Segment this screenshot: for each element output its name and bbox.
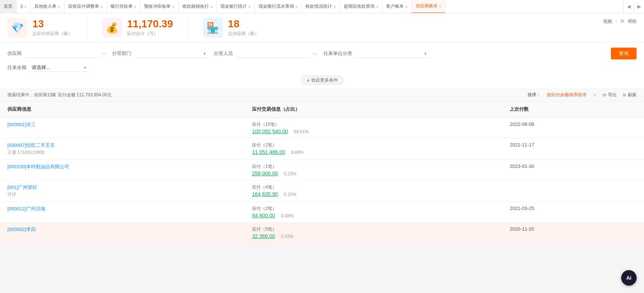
nav-tab-close-ap-adjust[interactable]: × [101,4,103,9]
nav-tab-close-cash-bank-flow[interactable]: × [295,4,298,9]
table-row: [000100]本特勤油品有限公司应付（1笔）258,000.000.23%20… [0,160,644,180]
tx-cell-1: 应付（2笔）11,051,486.009.89% [245,138,502,160]
nav-tab-overdue-query[interactable]: 超期应收款查询× [340,0,382,13]
supplier-link-4[interactable]: [000012]广州贝瑞 [7,206,45,211]
stat-label-payable-suppliers: 总应付供应商（家） [32,31,72,37]
stat-label-total-suppliers: 总供应商（家） [228,31,259,37]
person-filter: 分管人员 ··· [214,49,317,58]
nav-tab-cash-bank-stat[interactable]: 现金银行统计× [217,0,255,13]
person-input[interactable] [236,49,309,58]
nav-tab-receipt-exec[interactable]: 收款核销执行× [179,0,217,13]
sort-value[interactable]: 按应付余额倒序排序 [547,92,587,98]
amount-link-3[interactable]: 164,635.90 [252,191,278,197]
balance-select-wrapper: 请选择... [29,63,88,72]
person-dots[interactable]: ··· [312,50,317,57]
help-icon: ⊙ [620,18,624,25]
nav-prev-arrow[interactable]: ◀ [623,0,634,13]
filter-collapse: ∧ 收起更多条件 [7,76,637,85]
dept-select-wrapper [134,49,208,58]
pct-4: 0.08% [281,213,294,218]
amount-row-0: 100,092,540.0089.61% [252,128,495,134]
last-payment-date-0: 2022-08-08 [510,121,534,127]
amount-link-5[interactable]: 32,366.00 [252,233,275,239]
stat-icon-payable-total: 💰 [102,18,122,38]
table-container: 供应商信息 应付交易信息（占比） 上次付数 [000001]张三应付（15笔）1… [0,101,644,243]
supplier-dots[interactable]: ··· [101,50,106,57]
balance-select[interactable]: 请选择... [29,63,88,72]
nav-tab-prepay-offset[interactable]: 预收冲应收单× [140,0,178,13]
nav-tab-close-receipt-exec[interactable]: × [210,4,213,9]
stat-num-total-suppliers: 18 [228,19,259,29]
tx-note-1: 应付（2笔） [252,142,495,148]
nav-tab-ap-adjust[interactable]: 应收应付调整单× [64,0,107,13]
export-button[interactable]: ⟳ 导出 [603,92,617,98]
video-link[interactable]: 视频 [603,18,612,25]
tx-cell-5: 应付（5笔）32,366.000.03% [245,223,502,243]
nav-tab-tab3[interactable]: 3× [17,0,31,13]
nav-tab-close-customer-account[interactable]: × [405,4,407,9]
nav-tab-close-prepay-offset[interactable]: × [172,4,174,9]
supplier-cell-2: [000100]本特勤油品有限公司 [0,160,245,180]
sort-label: 排序： [528,92,541,98]
supplier-link-3[interactable]: [001]广州荣轩 [7,185,37,190]
filter-row-1: 供应商 ··· 分管部门 分管人员 ··· 往来单位分类 查询 [7,48,637,59]
last-payment-date-2: 2023-01-30 [510,163,534,169]
nav-tab-customer-account[interactable]: 客户账本× [382,0,412,13]
last-payment-date-4: 2021-03-25 [510,206,534,211]
pct-0: 89.61% [294,129,309,134]
amount-row-5: 32,366.000.03% [252,233,495,239]
query-button[interactable]: 查询 [611,48,637,59]
nav-next-arrow[interactable]: ▶ [634,0,644,13]
amount-link-4[interactable]: 94,600.00 [252,213,275,218]
pct-1: 9.89% [291,150,304,155]
nav-tab-other-income[interactable]: 其他收入单× [31,0,64,13]
nav-tab-close-receipt-stat[interactable]: × [333,4,336,9]
pct-5: 0.03% [281,234,294,239]
supplier-cell-3: [001]广州荣轩仔仔 [0,180,245,202]
help-link[interactable]: 帮助 [628,18,637,25]
supplier-filter: 供应商 ··· [7,49,106,58]
tx-note-4: 应付（2笔） [252,206,495,212]
amount-link-1[interactable]: 11,051,486.00 [252,149,285,155]
supplier-input[interactable] [25,49,98,58]
stat-num-payable-suppliers: 13 [32,19,72,29]
supplier-link-0[interactable]: [000001]张三 [7,122,36,127]
table-header-row: 供应商信息 应付交易信息（占比） 上次付数 [0,101,644,117]
nav-tab-receipt-stat[interactable]: 收款情况统计× [302,0,340,13]
unit-class-select[interactable] [355,49,429,58]
stat-content-payable-suppliers: 13总应付供应商（家） [32,19,72,37]
table-row: [000001]张三应付（15笔）100,092,540.0089.61%202… [0,117,644,138]
nav-tab-bank-deposit[interactable]: 银行存款单× [107,0,140,13]
supplier-cell-1: [000007]恒旺二手叉车王通 17106110000 [0,138,245,160]
nav-tab-cash-bank-flow[interactable]: 现金银行流水查询× [255,0,302,13]
supplier-link-5[interactable]: [000002]李四 [7,227,36,232]
amount-link-0[interactable]: 100,092,540.00 [252,128,288,134]
table-row: [001]广州荣轩仔仔应付（4笔）164,635.900.15% [0,180,644,202]
nav-tab-close-cash-bank-stat[interactable]: × [248,4,251,9]
nav-tab-close-other-income[interactable]: × [58,4,60,9]
collapse-button[interactable]: ∧ 收起更多条件 [301,76,343,85]
tx-note-3: 应付（4笔） [252,184,495,190]
amount-row-3: 164,635.900.15% [252,191,495,197]
last-payment-cell-3 [502,180,644,202]
supplier-link-2[interactable]: [000100]本特勤油品有限公司 [7,164,69,169]
supplier-subtext-1: 王通 17106110000 [7,149,237,156]
nav-tab-home[interactable]: 首页 [0,0,17,13]
col-tx-info: 应付交易信息（占比） [245,101,502,117]
dept-label: 分管部门 [112,50,131,57]
table-row: [000002]李四应付（5笔）32,366.000.03%2020-11-20 [0,223,644,243]
nav-tab-close-supplier-account[interactable]: × [439,4,441,8]
supplier-cell-0: [000001]张三 [0,117,245,138]
last-payment-date-5: 2020-11-20 [510,226,534,232]
nav-tab-supplier-account[interactable]: 供应商账本× [412,0,445,13]
refresh-button[interactable]: ⟳ 刷新 [623,92,637,98]
filter-area: 供应商 ··· 分管部门 分管人员 ··· 往来单位分类 查询 [0,42,644,89]
dept-select[interactable] [134,49,208,58]
nav-tab-close-tab3[interactable]: × [24,4,27,9]
nav-tab-close-overdue-query[interactable]: × [376,4,378,9]
amount-link-2[interactable]: 258,000.00 [252,170,278,176]
nav-tab-close-bank-deposit[interactable]: × [134,4,136,9]
tx-cell-0: 应付（15笔）100,092,540.0089.61% [245,117,502,138]
last-payment-cell-5: 2020-11-20 [502,223,644,243]
supplier-link-1[interactable]: [000007]恒旺二手叉车 [7,142,55,148]
